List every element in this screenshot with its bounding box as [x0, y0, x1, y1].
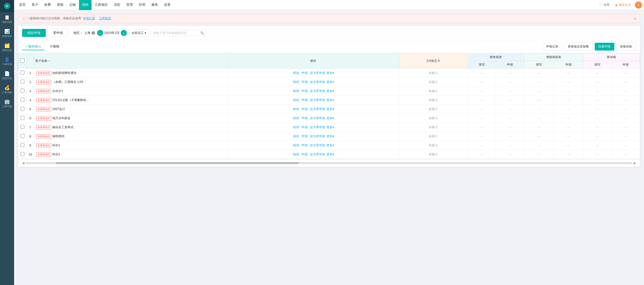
row-name-8: 未更新核定科目1	[34, 141, 228, 150]
row-name-0: 未更新核定勿削新锐网络通信	[34, 69, 228, 78]
date-prev-button[interactable]: ‹	[97, 30, 103, 36]
op-declare-4[interactable]: 申报	[302, 107, 308, 111]
scroll-right-arrow[interactable]: ▶	[634, 161, 636, 165]
sidebar-item-tax-records[interactable]: 📄 报税记录	[0, 69, 14, 82]
op-zero-declare-5[interactable]: 设为零申报	[310, 116, 325, 120]
row-ops-8: 税表 申报 设为零申报 更多▾	[228, 141, 399, 150]
op-declare-0[interactable]: 申报	[302, 71, 308, 75]
upgrade-button[interactable]: ▶ 畅享会员	[614, 2, 633, 8]
op-declare-1[interactable]: 申报	[302, 80, 308, 84]
row-checkbox-7[interactable]	[20, 134, 24, 138]
nav-customer[interactable]: 客户	[29, 0, 41, 10]
notice-link-buy[interactable]: 立即购买	[99, 16, 111, 21]
op-tax-table-2[interactable]: 税表	[293, 89, 299, 93]
sidebar-item-business-report[interactable]: 🏢 工商年报	[0, 97, 14, 110]
op-declare-2[interactable]: 申报	[302, 89, 308, 93]
row-checkbox-5[interactable]	[20, 116, 24, 120]
op-tax-table-1[interactable]: 税表	[293, 80, 299, 84]
dept-select[interactable]: 全部员工 ▾	[129, 29, 149, 37]
row-checkbox-6[interactable]	[20, 125, 24, 129]
nav-tax[interactable]: 报税	[79, 0, 92, 10]
op-more-4[interactable]: 更多▾	[327, 107, 334, 111]
nav-home[interactable]: 首页	[16, 0, 29, 10]
op-zero-declare-3[interactable]: 设为零申报	[310, 98, 325, 102]
row-checkbox-8[interactable]	[20, 143, 24, 147]
region-info-icon[interactable]: i	[92, 31, 95, 35]
nav-operation[interactable]: 经营	[136, 0, 148, 10]
search-input[interactable]	[153, 31, 199, 35]
row-checkbox-4[interactable]	[20, 107, 24, 111]
op-declare-5[interactable]: 申报	[302, 116, 308, 120]
op-tax-table-0[interactable]: 税表	[293, 71, 299, 75]
nav-settings[interactable]: 设置	[161, 0, 174, 10]
update-confirm-button[interactable]: 更新核定及取数	[564, 43, 593, 51]
op-more-9[interactable]: 更多▾	[327, 153, 334, 156]
notice-close-button[interactable]: ✕	[634, 17, 637, 21]
select-all-checkbox[interactable]	[20, 59, 24, 63]
op-declare-7[interactable]: 申报	[302, 134, 308, 138]
nav-billing[interactable]: 收费	[41, 0, 54, 10]
op-declare-3[interactable]: 申报	[302, 98, 308, 102]
nav-invoice[interactable]: 票据	[54, 0, 66, 10]
op-more-0[interactable]: 更多▾	[327, 71, 334, 75]
op-zero-declare-1[interactable]: 设为零申报	[310, 80, 325, 84]
op-zero-declare-4[interactable]: 设为零申报	[310, 107, 325, 111]
sidebar-item-tax-settings[interactable]: 📋 报税设置	[0, 13, 14, 26]
op-declare-8[interactable]: 申报	[302, 144, 308, 147]
horizontal-scrollbar[interactable]	[25, 162, 633, 164]
op-tax-table-8[interactable]: 税表	[293, 144, 299, 147]
nav-service[interactable]: 服务	[148, 0, 161, 10]
row-checkbox-9[interactable]	[20, 152, 24, 156]
row-checkbox-1[interactable]	[20, 80, 24, 84]
tag-unreview-6: 未更新核定	[36, 125, 51, 130]
row-num-5: 6	[27, 114, 34, 123]
row-checkbox-3[interactable]	[20, 98, 24, 102]
nav-business[interactable]: 工商项目	[92, 0, 111, 10]
op-tax-table-5[interactable]: 税表	[293, 116, 299, 120]
op-declare-9[interactable]: 申报	[302, 153, 308, 156]
nav-accounting[interactable]: 记账	[66, 0, 79, 10]
retrieve-cancel-button[interactable]: 收取回执	[616, 43, 636, 51]
notice-link-declare[interactable]: 申报汇算	[83, 16, 95, 21]
tab-small-taxpayer[interactable]: 小规模	[47, 43, 62, 50]
op-tax-table-4[interactable]: 税表	[293, 107, 299, 111]
declare-record-button[interactable]: 申报记录	[542, 43, 562, 51]
fullscreen-button[interactable]: ⛶ 全屏	[597, 2, 612, 8]
user-avatar[interactable]: 人	[635, 2, 642, 9]
search-icon[interactable]: 🔍	[200, 31, 204, 35]
op-zero-declare-7[interactable]: 设为零申报	[310, 134, 325, 138]
date-display: 2023年2月	[104, 31, 120, 35]
op-tax-table-9[interactable]: 税表	[293, 153, 299, 156]
sidebar-item-tax-overview[interactable]: 🗂️ 报税总览	[0, 41, 14, 54]
row-v1-6: —	[583, 123, 612, 132]
row-checkbox-0[interactable]	[20, 71, 24, 75]
batch-declare-button[interactable]: 批量申报	[595, 43, 614, 51]
op-tax-table-7[interactable]: 税表	[293, 134, 299, 138]
op-zero-declare-2[interactable]: 设为零申报	[310, 89, 325, 93]
sidebar-item-batch-tax[interactable]: 📊 批量报税	[0, 27, 14, 40]
op-zero-declare-0[interactable]: 设为零申报	[310, 71, 325, 75]
op-tax-table-3[interactable]: 税表	[293, 98, 299, 102]
op-declare-6[interactable]: 申报	[302, 125, 308, 129]
scroll-left-arrow[interactable]: ◀	[22, 161, 24, 165]
tab-general-taxpayer[interactable]: 一般的税人	[22, 43, 45, 50]
op-zero-declare-6[interactable]: 设为零申报	[310, 125, 325, 129]
op-more-1[interactable]: 更多▾	[327, 80, 334, 84]
op-more-8[interactable]: 更多▾	[327, 144, 334, 147]
row-checkbox-2[interactable]	[20, 89, 24, 93]
tab-zero-declare[interactable]: 零申报	[48, 29, 68, 37]
op-more-5[interactable]: 更多▾	[327, 116, 334, 120]
sidebar-item-personal-tax[interactable]: 👤 个税申报	[0, 55, 14, 68]
date-next-button[interactable]: ›	[121, 30, 127, 36]
sidebar-item-settlement[interactable]: 💰 汇算清缴	[0, 83, 14, 96]
op-zero-declare-8[interactable]: 设为零申报	[310, 144, 325, 147]
op-more-2[interactable]: 更多▾	[327, 89, 334, 93]
nav-management[interactable]: 管理	[123, 0, 136, 10]
op-zero-declare-9[interactable]: 设为零申报	[310, 153, 325, 156]
op-more-3[interactable]: 更多▾	[327, 98, 334, 102]
tab-tax-declare[interactable]: 税款申报	[22, 29, 46, 37]
nav-message[interactable]: 消息	[111, 0, 123, 10]
op-more-6[interactable]: 更多▾	[327, 125, 334, 129]
op-tax-table-6[interactable]: 税表	[293, 125, 299, 129]
op-more-7[interactable]: 更多▾	[327, 134, 334, 138]
